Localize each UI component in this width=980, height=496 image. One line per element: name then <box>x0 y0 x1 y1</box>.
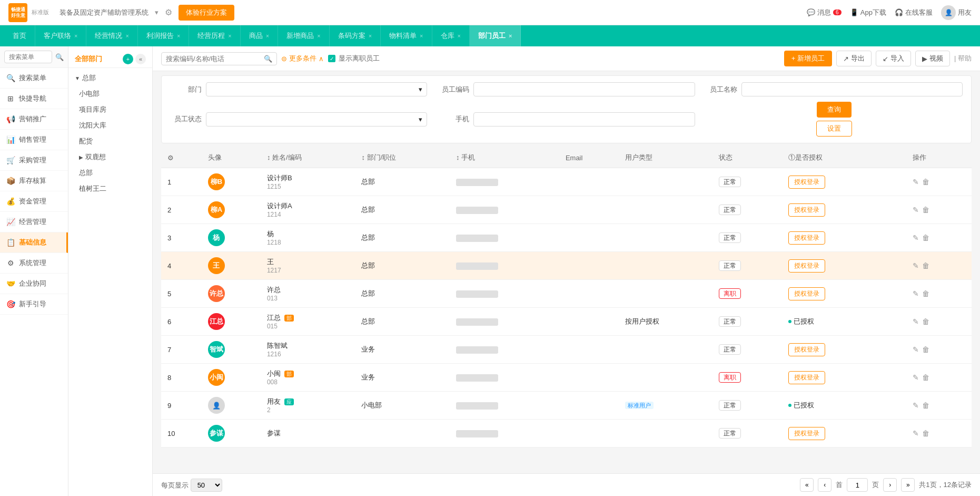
emp-code-input[interactable] <box>473 82 695 96</box>
edit-icon[interactable]: ✎ <box>913 429 919 437</box>
sidebar-item-采购管理[interactable]: 🛒采购管理 <box>0 150 68 171</box>
phone-input[interactable] <box>473 112 695 127</box>
delete-icon[interactable]: 🗑 <box>922 429 929 437</box>
close-tab-icon[interactable]: × <box>177 33 180 39</box>
sidebar-item-库存核算[interactable]: 📦库存核算 <box>0 171 68 191</box>
sidebar-item-基础信息[interactable]: 📋基础信息 <box>0 232 68 253</box>
dept-filter-select[interactable]: ▾ <box>206 82 427 96</box>
delete-icon[interactable]: 🗑 <box>922 317 929 326</box>
authorize-button[interactable]: 授权登录 <box>788 259 825 273</box>
sidebar-search-input[interactable] <box>4 51 52 63</box>
nav-tab-仓库[interactable]: 仓库× <box>432 25 470 46</box>
close-tab-icon[interactable]: × <box>509 33 512 39</box>
import-button[interactable]: ↙ 导入 <box>876 51 911 66</box>
edit-icon[interactable]: ✎ <box>913 373 919 382</box>
prev-page-btn[interactable]: ‹ <box>818 478 831 492</box>
authorize-button[interactable]: 授权登录 <box>788 343 825 356</box>
dept-collapse-btn[interactable]: « <box>135 54 146 64</box>
col-dept[interactable]: ↕ 部门/职位 <box>355 148 449 168</box>
dept-tree-item-植树王二[interactable]: 植树王二 <box>68 181 152 197</box>
page-number-input[interactable] <box>847 478 868 492</box>
search-button[interactable]: 查询 <box>817 102 852 118</box>
nav-tab-条码方案[interactable]: 条码方案× <box>330 25 381 46</box>
authorize-button[interactable]: 授权登录 <box>788 287 825 300</box>
sidebar-item-资金管理[interactable]: 💰资金管理 <box>0 191 68 212</box>
messages-btn[interactable]: 💬 消息 6 <box>807 8 842 17</box>
col-name[interactable]: ↕ 姓名/编码 <box>261 148 355 168</box>
sidebar-item-搜索菜单[interactable]: 🔍搜索菜单 <box>0 68 68 89</box>
edit-icon[interactable]: ✎ <box>913 234 919 242</box>
sidebar-item-系统管理[interactable]: ⚙系统管理 <box>0 253 68 274</box>
close-tab-icon[interactable]: × <box>317 33 320 39</box>
app-download-btn[interactable]: 📱 App下载 <box>850 8 886 17</box>
close-tab-icon[interactable]: × <box>458 33 461 39</box>
emp-name-input[interactable] <box>741 82 963 96</box>
help-btn[interactable]: | 帮助 <box>954 54 972 63</box>
delete-icon[interactable]: 🗑 <box>922 289 929 298</box>
per-page-select[interactable]: 50 100 200 <box>191 479 222 492</box>
add-employee-button[interactable]: + 新增员工 <box>784 51 832 66</box>
delete-icon[interactable]: 🗑 <box>922 178 929 186</box>
close-tab-icon[interactable]: × <box>74 33 77 39</box>
authorize-button[interactable]: 授权登录 <box>788 371 825 384</box>
next-page-btn[interactable]: › <box>883 478 897 492</box>
more-filter-btn[interactable]: ⊜ 更多条件 ∧ <box>281 54 324 63</box>
edit-icon[interactable]: ✎ <box>913 345 919 354</box>
last-page-btn[interactable]: » <box>901 478 915 492</box>
close-tab-icon[interactable]: × <box>369 33 372 39</box>
settings-icon[interactable]: ⚙ <box>165 7 172 17</box>
nav-tab-经营历程[interactable]: 经营历程× <box>189 25 240 46</box>
edit-icon[interactable]: ✎ <box>913 261 919 270</box>
authorize-button[interactable]: 授权登录 <box>788 203 825 217</box>
dept-add-btn[interactable]: + <box>123 54 133 64</box>
edit-icon[interactable]: ✎ <box>913 178 919 186</box>
col-settings[interactable]: ⚙ <box>161 148 202 168</box>
delete-icon[interactable]: 🗑 <box>922 206 929 214</box>
delete-icon[interactable]: 🗑 <box>922 261 929 270</box>
search-input[interactable] <box>166 55 261 63</box>
dept-tree-item-小电部[interactable]: 小电部 <box>68 86 152 102</box>
nav-tab-物料清单[interactable]: 物料清单× <box>381 25 432 46</box>
edit-icon[interactable]: ✎ <box>913 401 919 410</box>
close-tab-icon[interactable]: × <box>266 33 269 39</box>
view-button[interactable]: ▶ 视频 <box>915 51 950 66</box>
delete-icon[interactable]: 🗑 <box>922 234 929 242</box>
emp-status-select[interactable]: ▾ <box>206 112 427 127</box>
close-tab-icon[interactable]: × <box>420 33 423 39</box>
export-button[interactable]: ↗ 导出 <box>836 51 872 66</box>
dept-tree-item-沈阳大库[interactable]: 沈阳大库 <box>68 118 152 133</box>
nav-tab-首页[interactable]: 首页 <box>4 25 35 46</box>
delete-icon[interactable]: 🗑 <box>922 401 929 410</box>
sidebar-item-新手引导[interactable]: 🎯新手引导 <box>0 294 68 315</box>
edit-icon[interactable]: ✎ <box>913 317 919 326</box>
delete-icon[interactable]: 🗑 <box>922 373 929 382</box>
show-resigned-toggle[interactable]: ✓ 显示离职员工 <box>328 54 380 63</box>
close-tab-icon[interactable]: × <box>125 33 128 39</box>
nav-tab-经营情况[interactable]: 经营情况× <box>86 25 137 46</box>
edit-icon[interactable]: ✎ <box>913 289 919 298</box>
dept-tree-item-项目库房[interactable]: 项目库房 <box>68 102 152 118</box>
dept-tree-item-总部[interactable]: 总部 <box>68 165 152 181</box>
sidebar-item-快捷导航[interactable]: ⊞快捷导航 <box>0 89 68 109</box>
nav-tab-利润报告[interactable]: 利润报告× <box>138 25 189 46</box>
dept-tree-item-总部[interactable]: ▼总部 <box>68 70 152 86</box>
col-phone[interactable]: ↕ 手机 <box>450 148 559 168</box>
edit-icon[interactable]: ✎ <box>913 206 919 214</box>
nav-tab-部门员工[interactable]: 部门员工× <box>470 25 521 46</box>
first-page-btn[interactable]: « <box>800 478 814 492</box>
sidebar-item-企业协同[interactable]: 🤝企业协同 <box>0 274 68 294</box>
trial-button[interactable]: 体验行业方案 <box>179 5 234 21</box>
settings-button[interactable]: 设置 <box>816 121 852 137</box>
nav-tab-客户联络[interactable]: 客户联络× <box>35 25 86 46</box>
sidebar-item-销售管理[interactable]: 📊销售管理 <box>0 130 68 150</box>
authorize-button[interactable]: 授权登录 <box>788 176 825 189</box>
dropdown-icon[interactable]: ▾ <box>155 8 159 16</box>
sidebar-item-营销推广[interactable]: 📢营销推广 <box>0 109 68 130</box>
authorize-button[interactable]: 授权登录 <box>788 231 825 245</box>
dept-tree-item-双鹿想[interactable]: ▶双鹿想 <box>68 149 152 165</box>
authorize-button[interactable]: 授权登录 <box>788 427 825 440</box>
close-tab-icon[interactable]: × <box>228 33 231 39</box>
sidebar-item-经营管理[interactable]: 📈经营管理 <box>0 212 68 232</box>
online-service-btn[interactable]: 🎧 在线客服 <box>895 8 933 17</box>
delete-icon[interactable]: 🗑 <box>922 345 929 354</box>
